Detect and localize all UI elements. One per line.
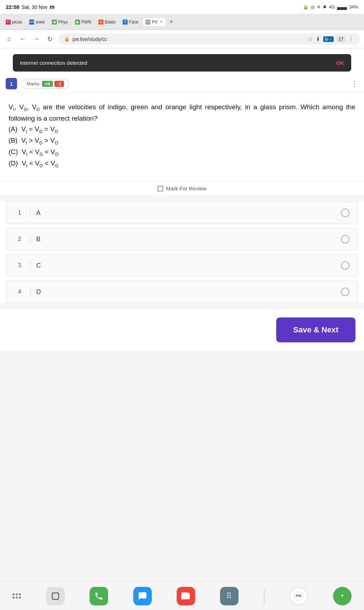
option-num-3: 3 — [15, 262, 25, 269]
option-divider-3 — [30, 261, 31, 270]
answer-option-4[interactable]: 4 D — [6, 281, 358, 303]
option-label-4: D — [36, 288, 341, 296]
answer-option-1[interactable]: 1 A — [6, 202, 358, 224]
option-label-1: A — [36, 209, 341, 217]
tab-pwn-icon: ◉ — [75, 20, 80, 25]
nav-dots-button[interactable]: ⠿ — [220, 587, 239, 605]
nav-phone-button[interactable] — [90, 587, 108, 605]
refresh-button[interactable]: ↻ — [45, 34, 55, 44]
mark-for-review-row: Mark For Review — [0, 181, 364, 196]
mark-review-checkbox[interactable] — [157, 186, 163, 191]
browser-tab-bar: P picas ATP www ◉ Phys ◉ PWN ● Balas f F… — [0, 14, 364, 30]
forward-button[interactable]: → — [31, 34, 41, 44]
option-label-2: B — [36, 236, 341, 243]
option-divider-4 — [30, 288, 31, 296]
drag-handle — [12, 593, 21, 599]
nav-pw-button[interactable]: PW — [289, 587, 308, 605]
tab-pwn[interactable]: ◉ PWN — [72, 18, 94, 26]
tab-face-icon: f — [123, 20, 128, 25]
question-option-c: (C) VI < VG < VO — [9, 147, 355, 158]
save-next-button[interactable]: Save & Next — [276, 317, 355, 342]
option-divider-2 — [30, 235, 31, 243]
answer-option-3[interactable]: 3 C — [6, 254, 358, 277]
tab-phys-label: Phys — [58, 20, 68, 25]
asterisk-icon: ✳ — [317, 4, 321, 10]
home-button[interactable]: ⌂ — [4, 34, 14, 44]
more-options-button[interactable]: ⋮ — [351, 79, 358, 88]
bookmark-icon[interactable]: ☆ — [308, 36, 313, 42]
option-num-4: 4 — [15, 289, 25, 295]
tab-phys-icon: ◉ — [52, 20, 57, 25]
answer-option-2[interactable]: 2 B — [6, 228, 358, 250]
status-bar: 22:58 Sat, 30 Nov m 🔒 ◎ ✳ ✖ 4G ▄▄▄ 34% — [0, 0, 364, 14]
radio-3[interactable] — [341, 261, 349, 270]
question-option-a: (A) VI = VG = VO — [9, 124, 355, 135]
mute-icon: ✖ — [323, 4, 327, 10]
tab-picas[interactable]: P picas — [3, 18, 25, 26]
address-bar: ⌂ ← → ↻ 🔒 pw.live/study/cc ☆ ⬇ G→ 17 ⋮ — [0, 30, 364, 48]
tab-face-label: Face — [129, 20, 139, 25]
question-options: (A) VI = VG = VO (B) VI > VG > VO (C) VI… — [9, 124, 355, 169]
tab-close-icon[interactable]: ✕ — [160, 20, 163, 24]
mark-review-label: Mark For Review — [166, 185, 206, 191]
secure-icon: 🔒 — [64, 36, 70, 42]
toast-ok-button[interactable]: OK — [336, 60, 344, 66]
url-text: pw.live/study/cc — [73, 36, 305, 42]
nav-divider — [264, 589, 264, 603]
tab-picas-label: picas — [12, 20, 22, 25]
svg-text:●: ● — [341, 593, 344, 598]
alert-icon: ◎ — [311, 4, 315, 10]
tab-pv-label: PV — [152, 20, 157, 25]
radio-1[interactable] — [341, 209, 349, 217]
tab-atp-label: www — [36, 20, 45, 25]
nav-square-button[interactable] — [46, 587, 65, 605]
tab-balas[interactable]: ● Balas — [96, 18, 118, 26]
question-option-b: (B) VI > VG > VO — [9, 135, 355, 147]
url-bar[interactable]: 🔒 pw.live/study/cc ☆ ⬇ G→ 17 ⋮ — [58, 33, 360, 44]
tab-balas-label: Balas — [105, 20, 116, 25]
new-tab-button[interactable]: + — [167, 18, 175, 26]
tab-atp-icon: ATP — [29, 20, 34, 25]
tab-phys[interactable]: ◉ Phys — [49, 18, 71, 26]
svg-text:PW: PW — [296, 593, 302, 597]
toast-notification: Internet connection detected OK — [13, 54, 351, 72]
svg-rect-0 — [52, 593, 59, 599]
action-button-row: Save & Next — [0, 309, 364, 351]
nav-camera-button[interactable] — [177, 587, 195, 605]
tab-atp[interactable]: ATP www — [26, 18, 48, 26]
status-time: 22:58 Sat, 30 Nov m — [6, 4, 55, 10]
radio-4[interactable] — [341, 288, 349, 296]
toast-message: Internet connection detected — [20, 60, 87, 66]
bottom-navigation: ⠿ PW ● — [0, 582, 364, 610]
option-label-3: C — [36, 262, 341, 269]
marks-correct: +4 — [42, 81, 53, 87]
toast-wrapper: Internet connection detected OK — [0, 48, 364, 74]
signal-bars: ▄▄▄ — [337, 4, 347, 10]
tab-face[interactable]: f Face — [120, 18, 141, 26]
radio-2[interactable] — [341, 235, 349, 243]
address-bar-actions: ☆ ⬇ G→ 17 ⋮ — [308, 36, 354, 42]
marks-label: Marks: — [27, 81, 41, 86]
download-icon[interactable]: ⬇ — [316, 36, 320, 42]
status-indicators: 🔒 ◎ ✳ ✖ 4G ▄▄▄ 34% — [303, 4, 358, 10]
dots-icon: ⠿ — [226, 591, 232, 601]
nav-chat-button[interactable] — [133, 587, 152, 605]
tab-count-badge[interactable]: 17 — [337, 36, 346, 42]
translate-icon[interactable]: G→ — [323, 36, 334, 42]
option-divider-1 — [30, 209, 31, 217]
lock-icon: 🔒 — [303, 4, 309, 10]
more-icon[interactable]: ⋮ — [348, 36, 354, 42]
tab-pwn-label: PWN — [81, 20, 91, 25]
back-button[interactable]: ← — [18, 34, 28, 44]
nav-green-button[interactable]: ● — [333, 587, 352, 605]
question-option-d: (D) VI < VO < VG — [9, 158, 355, 169]
battery-icon: 34% — [349, 4, 358, 10]
option-num-1: 1 — [15, 210, 25, 216]
question-header: 1 Marks: +4 -1 ⋮ — [0, 74, 364, 93]
tab-picas-icon: P — [6, 20, 11, 25]
question-number: 1 — [6, 78, 17, 89]
option-num-2: 2 — [15, 236, 25, 242]
question-text: VI, VG, VO are the velocities of indigo,… — [9, 102, 355, 169]
tab-pv[interactable]: PV PV ✕ — [143, 18, 166, 26]
signal-icon: 4G — [329, 4, 335, 10]
